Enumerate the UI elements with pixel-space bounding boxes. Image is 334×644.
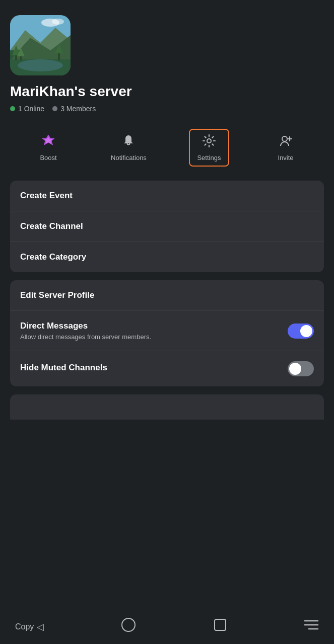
svg-point-6 [18, 59, 63, 71]
bell-icon [121, 134, 136, 151]
server-image [10, 15, 71, 75]
svg-point-14 [282, 136, 287, 141]
svg-point-13 [207, 139, 211, 143]
tab-settings-label: Settings [197, 154, 221, 162]
online-count: 1 Online [18, 105, 44, 113]
profile-section: Edit Server Profile Direct Messages Allo… [10, 280, 324, 386]
tab-boost-label: Boost [40, 154, 56, 162]
members-count: 3 Members [60, 105, 96, 113]
create-section: Create Event Create Channel Create Categ… [10, 181, 324, 272]
direct-messages-subtitle: Allow direct messages from server member… [20, 333, 288, 341]
members-dot [52, 106, 57, 111]
server-name: MariKhan's server [10, 84, 324, 100]
partial-card [10, 394, 324, 420]
server-stats: 1 Online 3 Members [10, 105, 324, 113]
direct-messages-knob [300, 325, 312, 337]
gear-icon [202, 134, 216, 151]
create-category-item[interactable]: Create Category [10, 242, 324, 272]
tab-notifications[interactable]: Notifications [105, 130, 153, 166]
create-channel-item[interactable]: Create Channel [10, 211, 324, 242]
edit-server-profile-item[interactable]: Edit Server Profile [10, 280, 324, 311]
tab-boost[interactable]: Boost [28, 130, 69, 166]
direct-messages-row[interactable]: Direct Messages Allow direct messages fr… [10, 311, 324, 351]
members-stat: 3 Members [52, 105, 96, 113]
home-button[interactable] [120, 617, 137, 636]
create-event-item[interactable]: Create Event [10, 181, 324, 211]
create-event-label: Create Event [20, 191, 73, 200]
copy-icon: ◁ [37, 621, 44, 632]
svg-rect-18 [215, 619, 226, 630]
bottom-bar: Copy ◁ [0, 609, 334, 644]
tab-notifications-label: Notifications [111, 154, 147, 162]
hide-muted-channels-row[interactable]: Hide Muted Channels [10, 351, 324, 386]
svg-point-17 [122, 618, 135, 631]
direct-messages-title: Direct Messages [20, 321, 288, 331]
create-channel-label: Create Channel [20, 221, 83, 231]
hide-muted-knob [289, 363, 301, 375]
copy-label: Copy [15, 622, 34, 631]
copy-button[interactable]: Copy ◁ [15, 621, 44, 632]
direct-messages-toggle[interactable] [288, 324, 314, 339]
hide-muted-title: Hide Muted Channels [20, 363, 288, 373]
edit-server-profile-label: Edit Server Profile [20, 290, 94, 300]
menu-button[interactable] [304, 619, 319, 634]
tabs-container: Boost Notifications [10, 125, 324, 171]
svg-point-2 [52, 19, 64, 25]
invite-icon [279, 134, 293, 151]
tab-invite[interactable]: Invite [265, 130, 306, 166]
online-stat: 1 Online [10, 105, 44, 113]
tab-invite-label: Invite [278, 154, 293, 162]
boost-icon [41, 134, 55, 151]
online-dot [10, 106, 15, 111]
tab-settings[interactable]: Settings [189, 129, 229, 167]
direct-messages-left: Direct Messages Allow direct messages fr… [20, 321, 288, 341]
hide-muted-toggle[interactable] [288, 361, 314, 376]
recents-button[interactable] [213, 617, 228, 636]
create-category-label: Create Category [20, 252, 86, 262]
hide-muted-left: Hide Muted Channels [20, 363, 288, 375]
